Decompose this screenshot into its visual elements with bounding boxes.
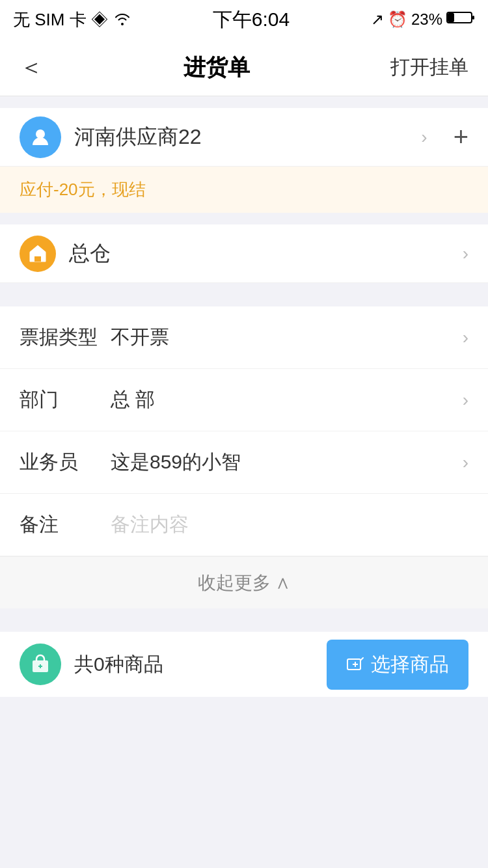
product-icon <box>20 644 61 685</box>
department-row[interactable]: 部门 总 部 › <box>0 369 488 431</box>
svg-rect-4 <box>34 256 41 262</box>
notice-bar: 应付-20元，现结 <box>0 167 488 213</box>
salesman-chevron-icon: › <box>463 452 468 473</box>
warehouse-icon <box>20 236 56 272</box>
status-left: 无 SIM 卡 ◈ <box>13 8 131 31</box>
warehouse-row[interactable]: 总仓 › <box>0 224 488 283</box>
section-gap-1 <box>0 96 488 108</box>
salesman-value: 这是859的小智 <box>98 449 463 476</box>
page-title: 进货单 <box>183 53 250 83</box>
supplier-chevron-icon: › <box>421 127 427 148</box>
supplier-row[interactable]: 河南供应商22 › + <box>0 108 488 167</box>
collapse-label: 收起更多 ∧ <box>198 571 291 595</box>
supplier-name: 河南供应商22 <box>74 123 421 152</box>
invoice-chevron-icon: › <box>463 327 468 348</box>
svg-rect-2 <box>472 16 474 20</box>
supplier-card: 河南供应商22 › + 应付-20元，现结 <box>0 108 488 213</box>
remark-row[interactable]: 备注 备注内容 <box>0 494 488 556</box>
invoice-type-value: 不开票 <box>98 324 463 351</box>
collapse-button[interactable]: 收起更多 ∧ <box>0 556 488 608</box>
svg-rect-1 <box>448 13 454 22</box>
product-count: 共0种商品 <box>74 651 327 678</box>
salesman-label: 业务员 <box>20 449 98 476</box>
svg-point-3 <box>36 129 45 139</box>
nav-bar: ＜ 进货单 打开挂单 <box>0 39 488 96</box>
salesman-row[interactable]: 业务员 这是859的小智 › <box>0 431 488 494</box>
product-bar: 共0种商品 选择商品 <box>0 632 488 697</box>
wifi-icon <box>113 10 131 30</box>
open-pending-button[interactable]: 打开挂单 <box>390 54 468 81</box>
select-product-button[interactable]: 选择商品 <box>327 640 468 690</box>
remaining-area <box>0 697 488 868</box>
status-bar: 无 SIM 卡 ◈ 下午6:04 ↗ ⏰ 23% <box>0 0 488 39</box>
section-gap-2 <box>0 213 488 224</box>
battery-level: 23% <box>411 10 442 29</box>
section-gap-4 <box>0 608 488 620</box>
department-label: 部门 <box>20 387 98 413</box>
select-product-label: 选择商品 <box>371 651 449 678</box>
remark-input[interactable]: 备注内容 <box>98 511 468 538</box>
department-value: 总 部 <box>98 387 463 413</box>
supplier-avatar <box>20 116 61 158</box>
invoice-type-row[interactable]: 票据类型 不开票 › <box>0 306 488 369</box>
sim-status: 无 SIM 卡 ◈ <box>13 8 108 31</box>
warehouse-chevron-icon: › <box>463 243 468 264</box>
back-button[interactable]: ＜ <box>20 51 43 83</box>
battery-icon <box>446 10 475 29</box>
alarm-icon: ⏰ <box>388 10 407 29</box>
notice-text: 应付-20元，现结 <box>20 180 146 199</box>
status-right: ↗ ⏰ 23% <box>371 10 475 29</box>
status-time: 下午6:04 <box>213 7 290 33</box>
form-section: 票据类型 不开票 › 部门 总 部 › 业务员 这是859的小智 › 备注 备注… <box>0 306 488 608</box>
department-chevron-icon: › <box>463 390 468 411</box>
section-gap-3 <box>0 283 488 295</box>
warehouse-name: 总仓 <box>69 239 463 268</box>
invoice-type-label: 票据类型 <box>20 324 98 351</box>
remark-label: 备注 <box>20 511 98 538</box>
add-supplier-button[interactable]: + <box>454 122 468 152</box>
location-icon: ↗ <box>371 10 384 29</box>
